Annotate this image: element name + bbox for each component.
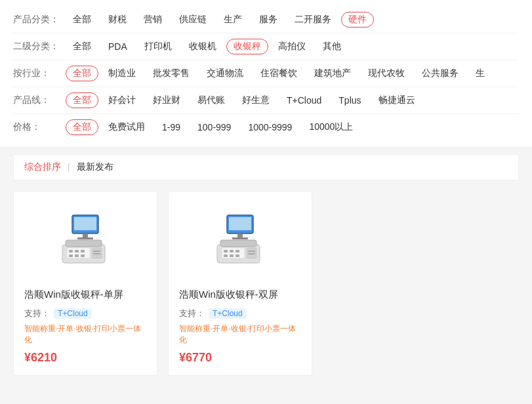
filter-item-prodline-7[interactable]: 畅捷通云: [371, 92, 422, 108]
filter-item-prodline-0[interactable]: 全部: [66, 92, 98, 108]
filter-item-subcategory-1[interactable]: PDA: [101, 39, 134, 54]
svg-rect-11: [75, 254, 79, 257]
filter-item-category-6[interactable]: 二开服务: [287, 12, 338, 28]
filter-item-subcategory-2[interactable]: 打印机: [137, 39, 179, 54]
filter-item-industry-2[interactable]: 批发零售: [146, 66, 197, 81]
product-line-row: 产品线： 全部好会计好业财易代账好生意T+CloudTplus畅捷通云: [13, 87, 519, 114]
svg-rect-10: [69, 254, 73, 257]
product-price-0: ¥6210: [24, 351, 146, 365]
product-price-1: ¥6770: [179, 351, 301, 365]
product-category-label: 产品分类：: [13, 14, 59, 26]
svg-rect-21: [220, 240, 256, 247]
product-desc-1: 智能称重·开单·收银·打印小票一体化: [179, 323, 301, 346]
filter-item-price-4[interactable]: 1000-9999: [241, 120, 299, 134]
filter-item-price-3[interactable]: 100-999: [190, 120, 238, 134]
svg-rect-31: [248, 253, 255, 254]
industry-items: 全部制造业批发零售交通物流住宿餐饮建筑地产现代农牧公共服务生: [66, 66, 492, 81]
filter-item-category-4[interactable]: 生产: [216, 12, 249, 28]
product-card-0[interactable]: 浩顺Win版收银秤-单屏支持：T+Cloud智能称重·开单·收银·打印小票一体化…: [13, 191, 157, 376]
product-image-1: [179, 202, 301, 281]
filter-item-subcategory-4[interactable]: 收银秤: [226, 39, 268, 54]
svg-rect-15: [93, 253, 100, 254]
sort-item-1[interactable]: 最新发布: [74, 160, 116, 174]
filter-item-category-5[interactable]: 服务: [252, 12, 285, 28]
support-label-1: 支持：: [179, 308, 205, 319]
filter-item-price-5[interactable]: 10000以上: [302, 119, 360, 135]
product-category-row: 产品分类： 全部财税营销供应链生产服务二开服务硬件: [13, 7, 519, 33]
svg-rect-24: [230, 250, 234, 253]
filter-item-category-3[interactable]: 供应链: [172, 12, 214, 28]
svg-rect-3: [77, 237, 93, 239]
svg-rect-18: [237, 233, 243, 237]
filter-item-industry-7[interactable]: 公共服务: [415, 66, 466, 81]
filter-item-industry-1[interactable]: 制造业: [101, 66, 143, 81]
industry-row: 按行业： 全部制造业批发零售交通物流住宿餐饮建筑地产现代农牧公共服务生: [13, 60, 519, 87]
svg-rect-27: [230, 254, 234, 257]
svg-rect-12: [81, 254, 85, 257]
support-badge-0: T+Cloud: [54, 308, 92, 319]
svg-rect-23: [224, 250, 228, 253]
svg-rect-26: [224, 254, 228, 257]
product-support-0: 支持：T+Cloud: [24, 308, 146, 319]
svg-rect-25: [235, 250, 239, 253]
filter-item-category-2[interactable]: 营销: [136, 12, 169, 28]
filter-item-category-1[interactable]: 财税: [101, 12, 134, 28]
filter-item-subcategory-3[interactable]: 收银机: [182, 39, 224, 54]
product-line-items: 全部好会计好业财易代账好生意T+CloudTplus畅捷通云: [66, 92, 422, 108]
support-label-0: 支持：: [24, 308, 50, 319]
filter-item-industry-4[interactable]: 住宿餐饮: [253, 66, 304, 81]
svg-rect-8: [75, 250, 79, 253]
svg-rect-5: [66, 240, 102, 247]
filter-item-price-2[interactable]: 1-99: [155, 120, 188, 134]
price-label: 价格：: [13, 121, 59, 133]
svg-rect-30: [248, 251, 255, 252]
price-row: 价格： 全部免费试用1-99100-9991000-999910000以上: [13, 114, 519, 140]
filter-item-prodline-6[interactable]: Tplus: [331, 93, 368, 108]
svg-rect-1: [74, 217, 96, 230]
product-name-1: 浩顺Win版收银秤-双屏: [179, 289, 301, 301]
filter-item-subcategory-6[interactable]: 其他: [316, 39, 348, 54]
product-name-0: 浩顺Win版收银秤-单屏: [24, 289, 146, 301]
filter-section: 产品分类： 全部财税营销供应链生产服务二开服务硬件 二级分类： 全部PDA打印机…: [0, 0, 532, 148]
filter-item-prodline-2[interactable]: 好业财: [146, 92, 188, 108]
industry-label: 按行业：: [13, 68, 59, 79]
svg-rect-28: [235, 254, 239, 257]
filter-item-category-7[interactable]: 硬件: [341, 12, 374, 28]
filter-item-category-0[interactable]: 全部: [66, 12, 98, 28]
product-support-1: 支持：T+Cloud: [179, 308, 301, 319]
product-desc-0: 智能称重·开单·收银·打印小票一体化: [24, 323, 146, 346]
filter-item-industry-8[interactable]: 生: [468, 66, 492, 81]
svg-rect-9: [81, 250, 85, 253]
sub-category-label: 二级分类：: [13, 41, 59, 52]
filter-item-price-1[interactable]: 免费试用: [101, 119, 152, 135]
filter-item-industry-6[interactable]: 现代农牧: [361, 66, 412, 81]
svg-rect-2: [83, 233, 88, 237]
filter-item-price-0[interactable]: 全部: [66, 119, 98, 135]
product-image-0: [24, 202, 146, 281]
filter-item-prodline-1[interactable]: 好会计: [101, 92, 143, 108]
svg-rect-19: [232, 237, 248, 239]
price-items: 全部免费试用1-99100-9991000-999910000以上: [66, 119, 360, 135]
filter-item-prodline-5[interactable]: T+Cloud: [279, 93, 329, 108]
filter-item-prodline-4[interactable]: 好生意: [235, 92, 277, 108]
sort-bar: 综合排序|最新发布: [13, 154, 519, 180]
sort-item-0[interactable]: 综合排序: [22, 160, 64, 174]
products-area: 浩顺Win版收银秤-单屏支持：T+Cloud智能称重·开单·收银·打印小票一体化…: [0, 180, 532, 386]
svg-rect-14: [93, 251, 100, 252]
filter-item-subcategory-0[interactable]: 全部: [66, 39, 98, 54]
svg-rect-17: [229, 217, 251, 230]
filter-item-industry-3[interactable]: 交通物流: [199, 66, 251, 81]
product-category-items: 全部财税营销供应链生产服务二开服务硬件: [66, 12, 374, 28]
product-line-label: 产品线：: [13, 94, 59, 106]
svg-rect-7: [69, 250, 73, 253]
filter-item-subcategory-5[interactable]: 高拍仪: [271, 39, 313, 54]
sub-category-items: 全部PDA打印机收银机收银秤高拍仪其他: [66, 39, 348, 54]
filter-item-industry-5[interactable]: 建筑地产: [307, 66, 358, 81]
sort-divider: |: [68, 162, 70, 172]
sub-category-row: 二级分类： 全部PDA打印机收银机收银秤高拍仪其他: [13, 33, 519, 60]
product-card-1[interactable]: 浩顺Win版收银秤-双屏支持：T+Cloud智能称重·开单·收银·打印小票一体化…: [168, 191, 312, 376]
support-badge-1: T+Cloud: [209, 308, 247, 319]
filter-item-prodline-3[interactable]: 易代账: [190, 92, 232, 108]
filter-item-industry-0[interactable]: 全部: [66, 66, 98, 81]
